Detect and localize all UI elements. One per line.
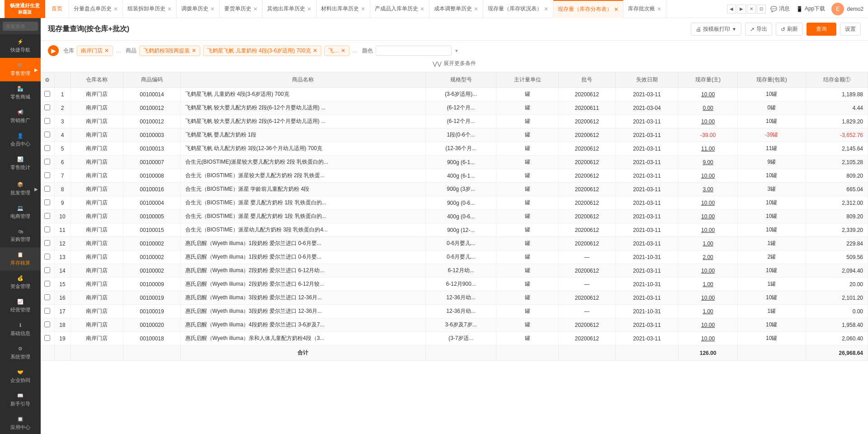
sidebar-item-marketing[interactable]: 📢 营销推广 — [0, 105, 41, 128]
row-qty-main[interactable]: 10.00 — [679, 88, 738, 101]
refresh-btn[interactable]: ↺ 刷新 — [776, 23, 803, 36]
sidebar-item-operations[interactable]: 📈 经营管理 — [0, 294, 41, 318]
row-checkbox[interactable] — [41, 264, 54, 278]
search-input[interactable] — [3, 22, 38, 31]
tab-disassemble[interactable]: 组装拆卸单历史 ✕ — [123, 0, 177, 18]
tab-next-btn[interactable]: ▶ — [737, 5, 746, 14]
row-checkbox[interactable] — [41, 101, 54, 115]
tab-product-in[interactable]: 产成品入库单历史 ✕ — [370, 0, 429, 18]
row-qty-main[interactable]: 10.00 — [679, 318, 738, 332]
product-more[interactable]: … — [352, 47, 358, 54]
tab-close-btn[interactable]: ✕ — [747, 5, 756, 14]
warehouse-tag[interactable]: 南岸门店 ✕ — [77, 46, 113, 56]
row-checkbox[interactable] — [41, 318, 54, 332]
row-checkbox[interactable] — [41, 156, 54, 169]
sidebar-item-basics[interactable]: ℹ 基础信息 — [0, 318, 41, 341]
row-checkbox[interactable] — [41, 128, 54, 142]
row-qty-main[interactable]: 10.00 — [679, 196, 738, 210]
row-qty-main[interactable]: -39.00 — [679, 128, 738, 142]
row-qty-main[interactable]: 2.00 — [679, 250, 738, 264]
export-btn[interactable]: ↗ 导出 — [745, 23, 772, 36]
row-qty-main[interactable]: 1.00 — [679, 237, 738, 250]
row-qty-main[interactable]: 9.00 — [679, 156, 738, 169]
app-download-btn[interactable]: 📱 App下载 — [796, 5, 825, 13]
row-checkbox[interactable] — [41, 142, 54, 156]
row-qty-main[interactable]: 10.00 — [679, 332, 738, 345]
table-row: 11 南岸门店 00100015 合生元（BIOSTIME）派星幼儿配方奶粉 3… — [41, 223, 868, 237]
tab-inventory-status[interactable]: 现存量（库存状况表） ✕ — [483, 0, 553, 18]
product-tag-3[interactable]: 飞… ✕ — [324, 46, 349, 56]
row-checkbox[interactable] — [41, 332, 54, 345]
row-qty-main[interactable]: 10.00 — [679, 210, 738, 223]
product-tag-2[interactable]: 飞鹤星飞帆 儿童奶粉 4段(3-6岁适用) 700克 ✕ — [203, 46, 321, 56]
row-qty-main[interactable]: 10.00 — [679, 169, 738, 183]
tab-home[interactable]: 首页 — [45, 0, 69, 18]
warehouse-more[interactable]: … — [116, 47, 121, 54]
row-checkbox[interactable] — [41, 115, 54, 128]
sidebar-item-retail-stats[interactable]: 📊 零售统计 — [0, 152, 41, 175]
tab-material-out[interactable]: 材料出库单历史 ✕ — [316, 0, 370, 18]
row-no: 15 — [54, 278, 71, 291]
tab-prev-btn[interactable]: ◀ — [727, 5, 736, 14]
sidebar-item-ecommerce[interactable]: 💻 电商管理 — [0, 201, 41, 224]
row-qty-main[interactable]: 3.00 — [679, 183, 738, 196]
row-checkbox[interactable] — [41, 291, 54, 305]
tab-cost-adjust[interactable]: 成本调整单历史 ✕ — [429, 0, 483, 18]
user-area[interactable]: E demo2 — [831, 3, 863, 15]
row-qty-main[interactable]: 1.00 — [679, 278, 738, 291]
sidebar-item-finance[interactable]: 💰 资金管理 — [0, 271, 41, 294]
sidebar-item-retail[interactable]: 🛒 零售管理 ▶ — [0, 58, 41, 81]
settings-btn[interactable]: 设置 — [840, 23, 861, 36]
sidebar-item-app-center[interactable]: 🔲 应用中心 — [0, 412, 41, 434]
sidebar-search[interactable] — [0, 18, 41, 34]
row-checkbox[interactable] — [41, 250, 54, 264]
sidebar-item-wholesale[interactable]: 📦 批发管理 ▶ — [0, 177, 41, 201]
tab-batch[interactable]: 库存批次账 ✕ — [623, 0, 666, 18]
product-tag-1[interactable]: 飞鹤奶粉3段两提装 ✕ — [139, 46, 200, 56]
expand-conditions-btn[interactable]: ⋁⋁ 展开更多条件 — [433, 60, 476, 67]
settings-gear-icon[interactable]: ⚙ — [45, 77, 50, 83]
row-qty-main[interactable]: 10.00 — [679, 264, 738, 278]
query-btn[interactable]: 查询 — [807, 23, 836, 36]
row-name: 合生元（BIOSTIME）派星 婴儿配方奶粉 1段 乳铁蛋白的... — [180, 196, 425, 210]
row-checkbox[interactable] — [41, 237, 54, 250]
col-settings[interactable]: ⚙ — [41, 72, 54, 88]
row-checkbox[interactable] — [41, 278, 54, 291]
row-qty-main[interactable]: 10.00 — [679, 115, 738, 128]
sidebar-item-shortcut[interactable]: ⚡ 快捷导航 — [0, 34, 41, 58]
row-checkbox[interactable] — [41, 210, 54, 223]
color-dropdown[interactable]: ▼ — [454, 48, 459, 53]
row-qty-main[interactable]: 10.00 — [679, 223, 738, 237]
tab-other-out[interactable]: 其他出库单历史 ✕ — [263, 0, 316, 18]
product-tag-1-close[interactable]: ✕ — [192, 47, 196, 54]
warehouse-close-icon[interactable]: ✕ — [104, 47, 109, 54]
row-qty-main[interactable]: 10.00 — [679, 291, 738, 305]
sidebar-item-inventory[interactable]: 📋 库存核算 — [0, 247, 41, 271]
message-btn[interactable]: 💬 消息 — [770, 5, 790, 13]
row-checkbox[interactable] — [41, 169, 54, 183]
tab-split-count[interactable]: 分量盘点单历史 ✕ — [69, 0, 123, 18]
sidebar-item-purchase[interactable]: 🛍 采购管理 — [0, 224, 41, 247]
tab-mix[interactable]: 调拨单历史 ✕ — [177, 0, 220, 18]
product-tag-3-close[interactable]: ✕ — [341, 47, 345, 54]
row-qty-main[interactable]: 0.00 — [679, 101, 738, 115]
sidebar-item-enterprise[interactable]: 🤝 企业协同 — [0, 365, 41, 388]
template-print-btn[interactable]: 🖨 按模板打印 ▼ — [691, 23, 741, 36]
sidebar-item-system[interactable]: ⚙ 系统管理 — [0, 341, 41, 365]
row-checkbox[interactable] — [41, 88, 54, 101]
row-qty-main[interactable]: 1.00 — [679, 305, 738, 318]
row-checkbox[interactable] — [41, 305, 54, 318]
tab-inventory-dist[interactable]: 现存量（库存分布表） ✕ — [553, 0, 623, 18]
row-checkbox[interactable] — [41, 223, 54, 237]
sidebar-item-retail-mall[interactable]: 🏪 零售商城 — [0, 81, 41, 105]
filter-expand-arrow[interactable]: ▶ — [48, 45, 59, 56]
sidebar-item-members[interactable]: 👤 会员中心 — [0, 128, 41, 152]
product-tag-2-close[interactable]: ✕ — [313, 47, 317, 54]
tab-expand-btn[interactable]: ⊡ — [757, 5, 766, 14]
sidebar-item-guide[interactable]: 📖 新手引导 — [0, 388, 41, 412]
tab-require[interactable]: 要货单历史 ✕ — [220, 0, 263, 18]
row-checkbox[interactable] — [41, 196, 54, 210]
row-qty-main[interactable]: 11.00 — [679, 142, 738, 156]
row-checkbox[interactable] — [41, 183, 54, 196]
color-input[interactable] — [376, 46, 452, 56]
